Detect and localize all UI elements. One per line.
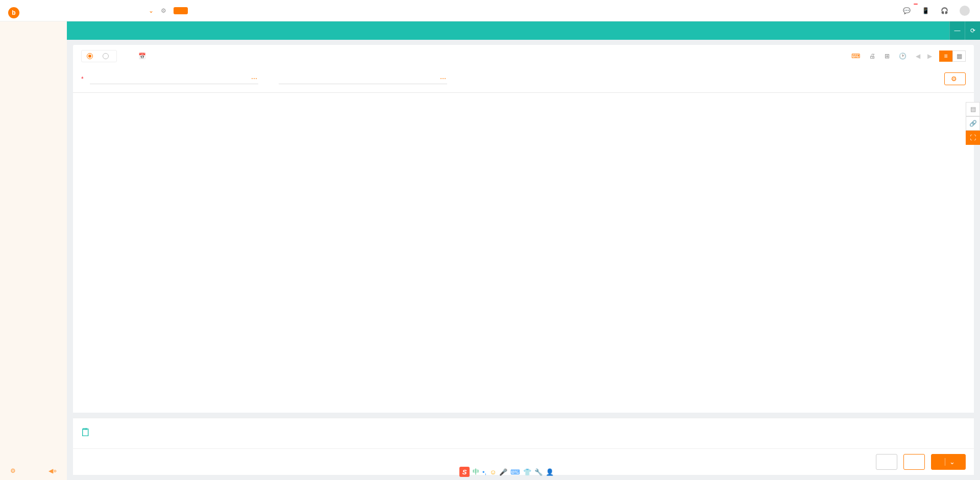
ime-mic[interactable]: 🎤 xyxy=(499,468,507,476)
prev-icon[interactable]: ◀ xyxy=(916,53,920,60)
ime-user[interactable]: 👤 xyxy=(546,468,554,476)
warehouse-label: * xyxy=(81,75,85,83)
phone-icon: 📱 xyxy=(922,7,929,14)
messages-badge xyxy=(914,4,918,5)
ellipsis-icon[interactable]: ⋯ xyxy=(440,75,447,82)
user-menu[interactable] xyxy=(960,6,972,16)
download-link[interactable]: 📱 xyxy=(922,7,932,14)
support-link[interactable]: 🎧 xyxy=(941,7,950,14)
warehouse-select[interactable]: ⋯ xyxy=(90,73,258,84)
avatar xyxy=(960,6,970,16)
tab-minimize[interactable]: — xyxy=(949,21,965,40)
gear-icon[interactable]: ⚙ xyxy=(10,467,16,474)
headset-icon: 🎧 xyxy=(941,7,948,14)
chevron-down-icon[interactable]: ⌄ xyxy=(945,458,955,466)
hotkey-link[interactable]: ⌨ xyxy=(851,53,862,60)
ime-bar: S 中 •, ☺ 🎤 ⌨ 👕 🔧 👤 xyxy=(459,467,554,477)
ellipsis-icon[interactable]: ⋯ xyxy=(251,75,258,82)
ime-lang[interactable]: 中 xyxy=(473,467,479,476)
messages-link[interactable]: 💬 xyxy=(903,7,913,14)
ime-tool[interactable]: 🔧 xyxy=(534,468,543,476)
gear-icon[interactable]: ⚙ xyxy=(161,7,166,14)
remark-input[interactable] xyxy=(99,425,967,441)
radio-off-icon xyxy=(103,53,109,59)
calendar-icon[interactable]: 📅 xyxy=(138,53,146,60)
dock-item-3[interactable]: ⛶ xyxy=(966,131,980,145)
save-button[interactable]: ⌄ xyxy=(931,454,966,470)
view-card[interactable]: ▦ xyxy=(952,50,966,62)
ime-skin[interactable]: 👕 xyxy=(523,468,531,476)
radio-product-out[interactable] xyxy=(103,53,111,59)
history-link[interactable]: 🕑 xyxy=(899,53,909,60)
discard-button[interactable] xyxy=(876,454,897,470)
note-icon: 🗒 xyxy=(80,426,91,439)
operate-link[interactable]: ⊞ xyxy=(885,53,892,60)
product-table xyxy=(73,92,974,413)
sidebar: ⚙ ◀» xyxy=(0,21,67,480)
ime-kbd[interactable]: ⌨ xyxy=(510,468,520,476)
view-list[interactable]: ≡ xyxy=(939,50,952,62)
gear-icon: ⚙ xyxy=(951,75,957,83)
logo: b xyxy=(8,7,67,14)
ime-dot[interactable]: •, xyxy=(482,468,486,476)
sidebar-footer: ⚙ ◀» xyxy=(0,462,67,480)
settings-button[interactable]: ⚙ xyxy=(944,72,966,85)
trial-button[interactable] xyxy=(174,7,188,14)
print-icon: 🖨 xyxy=(869,53,875,60)
dock-item-2[interactable]: 🔗 xyxy=(966,116,980,131)
grid-icon: ⊞ xyxy=(885,53,890,60)
tab-refresh[interactable]: ⟳ xyxy=(965,21,980,40)
print-link[interactable]: 🖨 xyxy=(869,53,877,60)
sogou-icon: S xyxy=(459,467,470,477)
tab-bar: — ⟳ xyxy=(67,21,980,40)
category-select[interactable]: ⌄ xyxy=(77,7,154,14)
radio-product-in[interactable] xyxy=(87,53,95,59)
dock-item-1[interactable]: ▤ xyxy=(966,102,980,116)
topbar: b ⌄ ⚙ 💬 📱 🎧 xyxy=(0,0,980,21)
doc-type-group xyxy=(81,50,117,62)
remark-section: 🗒 xyxy=(73,418,974,448)
keyboard-icon: ⌨ xyxy=(851,53,860,60)
chat-icon: 💬 xyxy=(903,7,911,14)
form-row: * ⋯ ⋯ ⚙ xyxy=(73,67,974,92)
chevron-down-icon: ⌄ xyxy=(149,7,154,14)
handler-select[interactable]: ⋯ xyxy=(279,73,447,84)
brand-icon: b xyxy=(8,7,19,18)
document-toolbar: 📅 ⌨ 🖨 ⊞ 🕑 ◀ ▶ ≡ ▦ xyxy=(73,45,974,67)
history-icon: 🕑 xyxy=(899,53,906,60)
next-icon[interactable]: ▶ xyxy=(927,53,932,60)
right-dock: ▤ 🔗 ⛶ xyxy=(966,102,980,145)
collapse-icon[interactable]: ◀» xyxy=(48,467,57,474)
radio-on-icon xyxy=(87,53,93,59)
ime-smile[interactable]: ☺ xyxy=(489,468,496,476)
draft-button[interactable] xyxy=(903,454,925,470)
